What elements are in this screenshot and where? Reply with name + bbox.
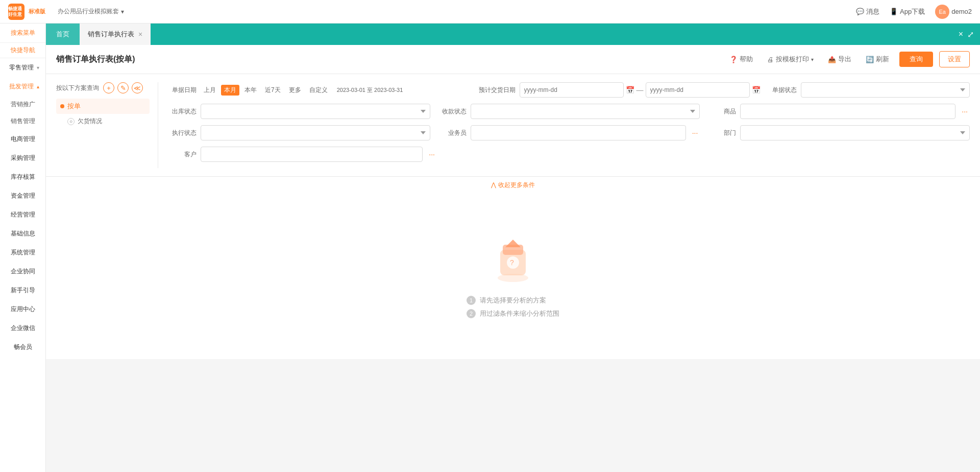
exec-select[interactable] [201, 125, 430, 140]
window-close-icon[interactable]: × [959, 30, 963, 39]
collapse-up-icon: ⋀ [491, 181, 496, 188]
date-tab-curr[interactable]: 本月 [221, 85, 239, 96]
sidebar-item-enterprise[interactable]: 企业协同 [0, 262, 45, 281]
calendar-icon-2[interactable]: 📅 [752, 86, 761, 94]
customer-input[interactable] [201, 147, 423, 162]
goods-field: 商品 ··· [708, 104, 970, 119]
receipt-select[interactable] [471, 104, 700, 119]
collapse-bar[interactable]: ⋀ 收起更多条件 [46, 177, 980, 194]
print-label: 按模板打印 [776, 55, 809, 64]
right-panel: 首页 销售订单执行表 × × ⤢ 销售订单执行表(按单) ❓ 帮助 [46, 23, 980, 472]
top-right-actions: 💬 消息 📱 App下载 Ea demo2 [856, 5, 972, 19]
delivery-select[interactable] [201, 104, 430, 119]
customer-more-icon[interactable]: ··· [427, 150, 437, 158]
receipt-field: 收款状态 [438, 104, 700, 119]
sidebar-item-operation[interactable]: 经营管理 [0, 205, 45, 224]
tab-sales-order[interactable]: 销售订单执行表 × [80, 23, 151, 45]
doc-status-label: 单据状态 [769, 86, 797, 95]
top-bar: 畅捷通好生意 标准版 办公用品行业模拟账套 ▾ 💬 消息 📱 App下载 Ea … [0, 0, 980, 23]
message-icon: 💬 [856, 8, 864, 15]
goods-input[interactable] [740, 104, 955, 119]
refresh-button[interactable]: 🔄 刷新 [862, 53, 893, 66]
scheme-active-label: 按单 [67, 102, 81, 111]
sidebar-item-wechat[interactable]: 企业微信 [0, 319, 45, 338]
scheme-sub-item[interactable]: ○ 欠货情况 [56, 114, 150, 129]
empty-step-2: 2 用过滤条件来缩小分析范围 [467, 309, 559, 318]
message-label: 消息 [866, 7, 879, 16]
dept-field: 部门 [708, 125, 970, 140]
suite-selector[interactable]: 办公用品行业模拟账套 ▾ [54, 5, 128, 18]
edit-scheme-button[interactable]: ✎ [117, 82, 129, 93]
empty-step-1: 1 请先选择要分析的方案 [467, 296, 546, 305]
doc-status-select[interactable] [801, 82, 970, 98]
date-tabs: 上月 本月 本年 近7天 更多 自定义 [201, 85, 331, 96]
wholesale-label: 批发管理 [6, 82, 37, 91]
help-button[interactable]: ❓ 帮助 [725, 53, 757, 66]
salesman-input[interactable] [471, 125, 686, 140]
suite-name: 办公用品行业模拟账套 [58, 7, 119, 16]
filter-row-4: 客户 ··· [168, 147, 970, 162]
print-button[interactable]: 🖨 按模板打印 ▾ [763, 53, 818, 66]
date-field: 单据日期 上月 本月 本年 近7天 更多 自定义 2023-03-01 至 20… [168, 85, 471, 96]
salesman-more-icon[interactable]: ··· [690, 129, 700, 137]
receipt-label: 收款状态 [438, 107, 467, 116]
sidebar-sub-marketing[interactable]: 营销推广 [0, 96, 45, 113]
search-label: 搜索菜单 [11, 29, 35, 36]
tab-close-icon[interactable]: × [138, 31, 142, 38]
date-tab-custom[interactable]: 自定义 [306, 85, 331, 96]
page-header-actions: ❓ 帮助 🖨 按模板打印 ▾ 📤 导出 🔄 刷新 [725, 51, 970, 67]
export-button[interactable]: 📤 导出 [824, 53, 855, 66]
settings-button[interactable]: 设置 [939, 51, 970, 67]
goods-more-icon[interactable]: ··· [960, 107, 970, 115]
svg-text:?: ? [510, 258, 514, 267]
dept-label: 部门 [708, 129, 736, 137]
sidebar-item-finance[interactable]: 资金管理 [0, 186, 45, 205]
logo-subtitle: 标准版 [29, 8, 45, 15]
sidebar-item-apps[interactable]: 应用中心 [0, 300, 45, 319]
sidebar-quick-nav[interactable]: 快捷导航 [0, 43, 45, 58]
window-expand-icon[interactable]: ⤢ [967, 30, 974, 39]
date-tab-7days[interactable]: 近7天 [262, 85, 284, 96]
sidebar-item-retail[interactable]: 零售管理 ▾ [0, 58, 45, 77]
sidebar-item-purchase[interactable]: 采购管理 [0, 149, 45, 168]
predict-date-start[interactable] [520, 82, 624, 98]
marketing-label: 营销推广 [11, 101, 35, 108]
scheme-title-label: 按以下方案查询 [56, 84, 99, 92]
collapse-scheme-button[interactable]: ≪ [132, 82, 143, 93]
sidebar-item-system[interactable]: 系统管理 [0, 243, 45, 262]
help-icon: ❓ [729, 56, 738, 63]
purchase-label: 采购管理 [6, 154, 39, 162]
add-scheme-button[interactable]: + [103, 82, 114, 93]
goods-label: 商品 [708, 107, 736, 116]
refresh-icon: 🔄 [866, 56, 874, 63]
export-label: 导出 [838, 55, 851, 64]
filter-row-1: 单据日期 上月 本月 本年 近7天 更多 自定义 2023-03-01 至 20… [168, 82, 970, 98]
scheme-item-active[interactable]: 按单 [56, 99, 150, 114]
predict-date-end[interactable] [646, 82, 750, 98]
date-tab-more[interactable]: 更多 [286, 85, 304, 96]
calendar-icon-1[interactable]: 📅 [626, 86, 634, 94]
sidebar-search[interactable]: 搜索菜单 [0, 23, 45, 43]
user-menu[interactable]: Ea demo2 [935, 5, 972, 19]
tab-bar: 首页 销售订单执行表 × × ⤢ [46, 23, 980, 45]
filter-scheme-panel: 按以下方案查询 + ✎ ≪ [56, 82, 158, 168]
sidebar-sub-sales[interactable]: 销售管理 [0, 113, 45, 130]
tab-home[interactable]: 首页 [46, 23, 80, 45]
collapse-icon: ≪ [134, 84, 141, 92]
sidebar-item-basic[interactable]: 基础信息 [0, 224, 45, 243]
tab-bar-right: × ⤢ [959, 30, 980, 39]
message-button[interactable]: 💬 消息 [856, 7, 879, 16]
sidebar-item-inventory[interactable]: 库存核算 [0, 168, 45, 186]
sidebar-item-guide[interactable]: 新手引导 [0, 281, 45, 300]
sidebar-item-wholesale[interactable]: 批发管理 ▴ [0, 77, 45, 96]
filter-area: 按以下方案查询 + ✎ ≪ [46, 74, 980, 177]
member-label: 畅会员 [6, 343, 39, 351]
date-tab-year[interactable]: 本年 [241, 85, 260, 96]
sidebar-item-ecommerce[interactable]: 电商管理 [0, 130, 45, 149]
query-button[interactable]: 查询 [899, 52, 933, 67]
app-download-button[interactable]: 📱 App下载 [890, 7, 925, 16]
print-icon: 🖨 [767, 56, 774, 63]
date-tab-prev[interactable]: 上月 [201, 85, 219, 96]
sidebar-item-member[interactable]: 畅会员 [0, 338, 45, 357]
dept-select[interactable] [740, 125, 970, 140]
